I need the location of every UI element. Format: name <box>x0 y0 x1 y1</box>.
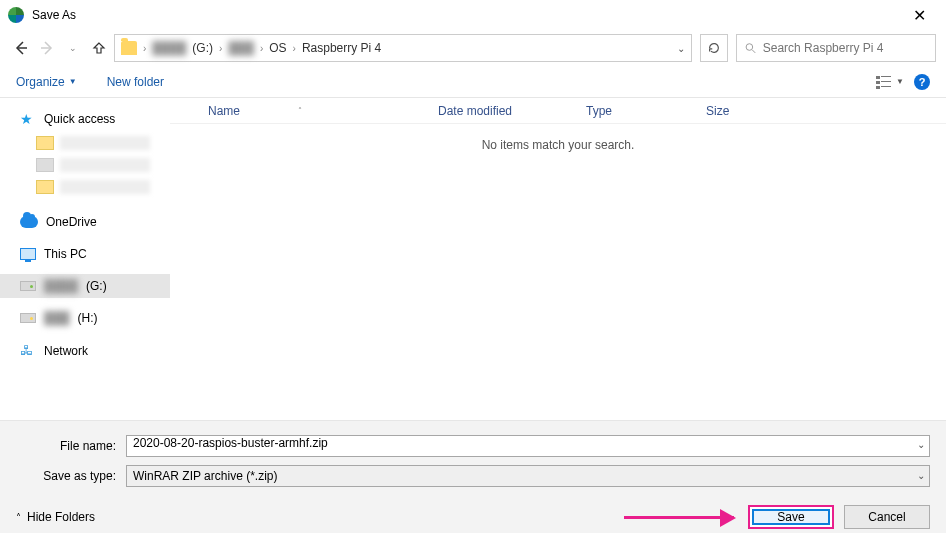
pc-icon <box>20 248 36 260</box>
column-header-row: ˄Name Date modified Type Size <box>170 98 946 124</box>
recent-dropdown-icon[interactable]: ⌄ <box>62 37 84 59</box>
sidebar-item-network[interactable]: 🖧 Network <box>0 338 170 364</box>
sidebar-item-drive-g[interactable]: ████ (G:) <box>0 274 170 298</box>
star-icon: ★ <box>20 111 36 127</box>
organize-menu[interactable]: Organize▼ <box>16 75 77 89</box>
chevron-down-icon[interactable]: ⌄ <box>917 439 925 450</box>
sidebar: ★ Quick access OneDrive This PC ████ (G:… <box>0 98 170 420</box>
folder-icon <box>121 41 137 55</box>
chevron-down-icon: ▼ <box>69 77 77 86</box>
drive-icon <box>20 281 36 291</box>
column-header-date[interactable]: Date modified <box>438 104 586 118</box>
sidebar-item-quick-access[interactable]: ★ Quick access <box>0 106 170 132</box>
search-icon <box>745 42 757 55</box>
chevron-right-icon: › <box>260 43 263 54</box>
breadcrumb-blurred[interactable]: ████ <box>152 41 186 55</box>
refresh-button[interactable] <box>700 34 728 62</box>
help-button[interactable]: ? <box>914 74 930 90</box>
cloud-icon <box>20 216 38 228</box>
svg-rect-4 <box>881 81 891 82</box>
sidebar-pinned-item[interactable] <box>0 132 170 154</box>
hide-folders-toggle[interactable]: ˄ Hide Folders <box>16 510 95 524</box>
svg-rect-5 <box>876 86 880 89</box>
search-input[interactable] <box>763 41 927 55</box>
sidebar-item-this-pc[interactable]: This PC <box>0 242 170 266</box>
chevron-down-icon: ▼ <box>896 77 904 86</box>
svg-rect-3 <box>876 81 880 84</box>
svg-rect-6 <box>881 86 891 87</box>
sort-indicator-icon: ˄ <box>298 106 302 115</box>
sidebar-item-onedrive[interactable]: OneDrive <box>0 210 170 234</box>
file-name-input[interactable]: 2020-08-20-raspios-buster-armhf.zip ⌄ <box>126 435 930 457</box>
column-header-size[interactable]: Size <box>706 104 786 118</box>
sidebar-pinned-item[interactable] <box>0 154 170 176</box>
save-type-select[interactable]: WinRAR ZIP archive (*.zip) ⌄ <box>126 465 930 487</box>
svg-rect-2 <box>881 76 891 77</box>
new-folder-button[interactable]: New folder <box>107 75 164 89</box>
forward-button[interactable] <box>36 37 58 59</box>
breadcrumb-segment[interactable]: Raspberry Pi 4 <box>302 41 381 55</box>
app-icon <box>8 7 24 23</box>
empty-list-message: No items match your search. <box>170 138 946 152</box>
network-icon: 🖧 <box>20 343 36 359</box>
chevron-right-icon: › <box>143 43 146 54</box>
save-button[interactable]: Save <box>748 505 834 529</box>
view-options-button[interactable]: ▼ <box>876 75 904 89</box>
column-header-type[interactable]: Type <box>586 104 706 118</box>
window-title: Save As <box>32 8 76 22</box>
breadcrumb-segment[interactable]: OS <box>269 41 286 55</box>
up-button[interactable] <box>88 37 110 59</box>
chevron-up-icon: ˄ <box>16 512 21 523</box>
breadcrumb-blurred[interactable]: ███ <box>228 41 254 55</box>
address-dropdown-icon[interactable]: ⌄ <box>677 43 685 54</box>
close-icon[interactable]: ✕ <box>901 2 938 29</box>
breadcrumb-drive[interactable]: (G:) <box>192 41 213 55</box>
svg-point-0 <box>746 43 753 50</box>
annotation-arrow <box>624 516 734 519</box>
search-box[interactable] <box>736 34 936 62</box>
chevron-right-icon: › <box>293 43 296 54</box>
sidebar-pinned-item[interactable] <box>0 176 170 198</box>
drive-icon <box>20 313 36 323</box>
back-button[interactable] <box>10 37 32 59</box>
file-name-label: File name: <box>16 439 126 453</box>
column-header-name[interactable]: ˄Name <box>178 104 438 118</box>
save-type-label: Save as type: <box>16 469 126 483</box>
sidebar-item-drive-h[interactable]: ███ (H:) <box>0 306 170 330</box>
chevron-right-icon: › <box>219 43 222 54</box>
cancel-button[interactable]: Cancel <box>844 505 930 529</box>
chevron-down-icon[interactable]: ⌄ <box>917 470 925 481</box>
address-bar[interactable]: › ████ (G:) › ███ › OS › Raspberry Pi 4 … <box>114 34 692 62</box>
svg-rect-1 <box>876 76 880 79</box>
